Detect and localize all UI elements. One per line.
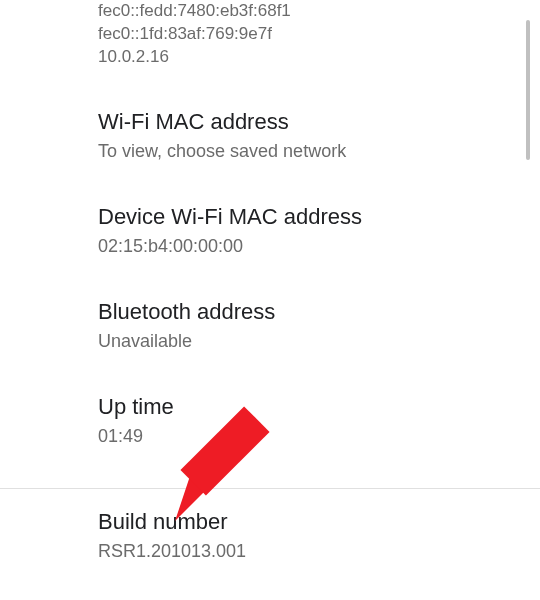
ip-address-list: fec0::fedd:7480:eb3f:68f1 fec0::1fd:83af… — [98, 0, 520, 69]
settings-content: fec0::fedd:7480:eb3f:68f1 fec0::1fd:83af… — [0, 0, 540, 450]
bluetooth-title: Bluetooth address — [98, 299, 520, 325]
device-wifi-mac-section[interactable]: Device Wi-Fi MAC address 02:15:b4:00:00:… — [98, 204, 520, 259]
uptime-section[interactable]: Up time 01:49 — [98, 394, 520, 449]
ip-line: fec0::fedd:7480:eb3f:68f1 — [98, 0, 520, 23]
build-number-title: Build number — [98, 509, 520, 535]
build-number-section[interactable]: Build number RSR1.201013.001 — [0, 489, 540, 564]
ip-line: fec0::1fd:83af:769:9e7f — [98, 23, 520, 46]
wifi-mac-section[interactable]: Wi-Fi MAC address To view, choose saved … — [98, 109, 520, 164]
uptime-title: Up time — [98, 394, 520, 420]
wifi-mac-value: To view, choose saved network — [98, 139, 520, 164]
device-wifi-mac-value: 02:15:b4:00:00:00 — [98, 234, 520, 259]
device-wifi-mac-title: Device Wi-Fi MAC address — [98, 204, 520, 230]
build-number-value: RSR1.201013.001 — [98, 539, 520, 564]
wifi-mac-title: Wi-Fi MAC address — [98, 109, 520, 135]
ip-line: 10.0.2.16 — [98, 46, 520, 69]
bluetooth-value: Unavailable — [98, 329, 520, 354]
bluetooth-section[interactable]: Bluetooth address Unavailable — [98, 299, 520, 354]
scrollbar[interactable] — [526, 20, 530, 160]
uptime-value: 01:49 — [98, 424, 520, 449]
